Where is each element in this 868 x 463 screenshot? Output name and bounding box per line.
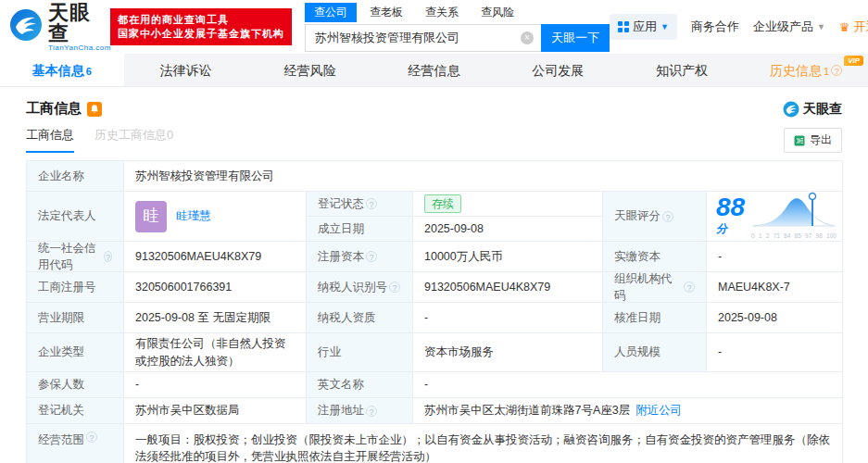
field-label: 登记状态? xyxy=(307,192,413,217)
tianyancha-logo[interactable]: 天眼查 TianYanCha.com xyxy=(9,3,107,52)
english-name-value: - xyxy=(413,372,843,398)
search-tab-boss[interactable]: 查老板 xyxy=(360,3,412,22)
vip-label: 开通会员 xyxy=(854,19,868,35)
field-label: 注册地址? xyxy=(307,398,413,424)
business-term-value: 2025-09-08 至 无固定期限 xyxy=(124,303,307,333)
field-label: 纳税人资质 xyxy=(307,303,413,333)
taxpayer-id-value: 91320506MAEU4K8X79 xyxy=(413,272,603,303)
business-info-table: 企业名称 苏州智核投资管理有限公司 法定代表人 眭 眭瑾慧 登记状态? 存续 天… xyxy=(26,160,842,463)
open-vip-menu[interactable]: ♛ 开通会员 ▼ xyxy=(839,19,868,35)
score-cell[interactable]: 88分 0127184859798100 xyxy=(707,192,843,242)
tianyancha-watermark: 天眼查 xyxy=(783,101,842,118)
company-name-value: 苏州智核投资管理有限公司 xyxy=(124,161,843,192)
logo-title: 天眼查 xyxy=(48,3,111,44)
reg-capital-value: 10000万人民币 xyxy=(413,242,603,272)
business-info-section: 工商信息 天眼查 工商信息 历史工商信息0 导出 xyxy=(0,87,868,153)
field-label: 企业名称 xyxy=(27,161,124,192)
page-nav-tabs: 基本信息6 法律诉讼 经营风险 经营信息 公司发展 知识产权 历史信息1? VI… xyxy=(0,54,868,87)
export-button[interactable]: 导出 xyxy=(784,128,842,153)
status-badge: 存续 xyxy=(424,194,461,213)
tab-history-info[interactable]: 历史信息1? VIP xyxy=(744,54,868,86)
field-label: 企业类型 xyxy=(27,333,124,372)
reg-authority-value: 苏州市吴中区数据局 xyxy=(124,398,307,424)
top-menu: 应用 ▼ 商务合作 企业级产品 ▼ ♛ 开通会员 ▼ 费米 ▼ xyxy=(610,14,868,40)
logo-domain: TianYanCha.com xyxy=(48,44,111,52)
field-label: 核准日期 xyxy=(603,303,707,333)
business-coop-link[interactable]: 商务合作 xyxy=(691,19,739,35)
help-icon[interactable]: ? xyxy=(366,251,377,262)
business-scope-value: 一般项目：股权投资；创业投资（限投资未上市企业）；以自有资金从事投资活动；融资咨… xyxy=(124,424,843,463)
field-label: 实缴资本 xyxy=(603,242,707,272)
field-label: 登记机关 xyxy=(27,398,124,424)
tab-legal-litigation[interactable]: 法律诉讼 xyxy=(124,54,248,86)
promo-line1: 都在用的商业查询工具 xyxy=(118,13,284,27)
reg-address-value: 苏州市吴中区太湖街道前珠路7号A座3层 附近公司 xyxy=(413,398,843,424)
tab-operation-risk[interactable]: 经营风险 xyxy=(248,54,372,86)
chevron-down-icon: ▼ xyxy=(817,22,825,31)
field-label: 天眼评分? xyxy=(603,192,707,242)
search-button[interactable]: 天眼一下 xyxy=(541,24,610,52)
field-label: 行业 xyxy=(307,333,413,372)
search-tab-company[interactable]: 查公司 xyxy=(305,3,357,22)
field-label: 经营范围? xyxy=(27,424,124,463)
search-input[interactable] xyxy=(305,24,541,52)
search-tab-relation[interactable]: 查关系 xyxy=(416,3,468,22)
field-label: 人员规模 xyxy=(603,333,707,372)
industry-value: 资本市场服务 xyxy=(413,333,603,372)
tab-intellectual-property[interactable]: 知识产权 xyxy=(620,54,744,86)
legal-rep-avatar[interactable]: 眭 xyxy=(135,201,167,232)
reg-status-value: 存续 xyxy=(413,192,603,217)
tab-operation-info[interactable]: 经营信息 xyxy=(372,54,497,86)
enterprise-label: 企业级产品 xyxy=(753,19,813,35)
eye-logo-icon xyxy=(9,8,43,45)
help-icon[interactable]: ? xyxy=(86,432,97,443)
legal-rep-cell: 眭 眭瑾慧 xyxy=(124,192,307,242)
top-header: 天眼查 TianYanCha.com 都在用的商业查询工具 国家中小企业发展子基… xyxy=(0,0,868,54)
apps-grid-icon xyxy=(618,21,629,32)
monitor-bell-icon[interactable] xyxy=(87,102,102,117)
insured-count-value: - xyxy=(124,372,307,398)
field-label: 注册资本? xyxy=(307,242,413,272)
org-code-value: MAEU4K8X-7 xyxy=(707,272,843,303)
establish-date-value: 2025-09-08 xyxy=(413,217,603,242)
subtab-history-business-info[interactable]: 历史工商信息0 xyxy=(94,127,173,153)
enterprise-product-menu[interactable]: 企业级产品 ▼ xyxy=(753,19,825,35)
subtab-business-info[interactable]: 工商信息 xyxy=(26,127,74,153)
search-tab-risk[interactable]: 查风险 xyxy=(472,3,523,22)
credit-code-value: 91320506MAEU4K8X79 xyxy=(124,242,307,272)
help-icon[interactable]: ? xyxy=(366,406,377,417)
help-icon[interactable]: ? xyxy=(684,282,695,293)
help-icon[interactable]: ? xyxy=(831,65,842,76)
help-icon[interactable]: ? xyxy=(662,211,673,222)
crown-icon: ♛ xyxy=(839,20,850,34)
promo-banner: 都在用的商业查询工具 国家中小企业发展子基金旗下机构 xyxy=(110,8,292,45)
search-area: 查公司 查老板 查关系 查风险 × 天眼一下 xyxy=(305,3,610,52)
legal-rep-link[interactable]: 眭瑾慧 xyxy=(176,207,211,224)
field-label: 统一社会信用代码? xyxy=(27,242,124,272)
apps-label: 应用 xyxy=(633,19,657,35)
section-title: 工商信息 xyxy=(26,100,82,118)
chevron-down-icon: ▼ xyxy=(660,22,669,31)
help-icon[interactable]: ? xyxy=(389,282,400,293)
promo-line2: 国家中小企业发展子基金旗下机构 xyxy=(118,27,284,41)
field-label: 组织机构代码? xyxy=(603,272,707,303)
excel-icon xyxy=(794,135,805,146)
vip-badge: VIP xyxy=(844,56,863,66)
field-label: 营业期限 xyxy=(27,303,124,333)
tab-basic-info[interactable]: 基本信息6 xyxy=(0,54,124,86)
field-label: 成立日期 xyxy=(307,217,413,242)
field-label: 英文名称 xyxy=(307,372,413,398)
reg-number-value: 320506001766391 xyxy=(124,272,307,303)
tab-company-development[interactable]: 公司发展 xyxy=(496,54,620,86)
field-label: 工商注册号 xyxy=(27,272,124,303)
score-distribution-chart: 0127184859798100 xyxy=(751,192,837,241)
paid-capital-value: - xyxy=(707,242,843,272)
score-value: 88 xyxy=(716,193,745,221)
clear-search-icon[interactable]: × xyxy=(521,31,534,44)
field-label: 法定代表人 xyxy=(27,192,124,242)
help-icon[interactable]: ? xyxy=(366,198,377,209)
apps-menu[interactable]: 应用 ▼ xyxy=(610,14,677,40)
nearby-companies-link[interactable]: 附近公司 xyxy=(635,402,682,419)
help-icon[interactable]: ? xyxy=(104,251,112,262)
field-label: 参保人数 xyxy=(27,372,124,398)
